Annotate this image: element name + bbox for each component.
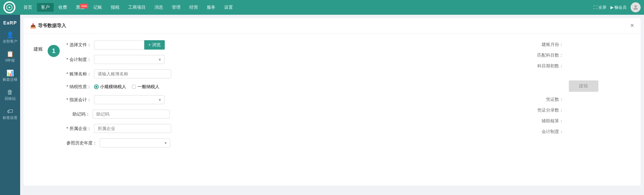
tags-icon: 🏷 bbox=[7, 108, 13, 114]
match-subject-label: 匹配科目数： bbox=[537, 52, 563, 58]
panel-title: 导爷数据导入 bbox=[38, 23, 66, 29]
radio-general-circle bbox=[132, 84, 136, 89]
panel: 📥 导爷数据导入 × 建账 1 bbox=[23, 18, 641, 186]
nav-item-manage[interactable]: 管理 bbox=[168, 3, 185, 12]
assign-accountant-label: * 指派会计： bbox=[66, 97, 91, 103]
step-section: 建账 1 * 选择文件： + 浏览 bbox=[34, 40, 523, 147]
sidebar-item-tags[interactable]: 🏷 标签设置 bbox=[0, 106, 20, 123]
panel-header: 📥 导爷数据导入 × bbox=[23, 18, 641, 34]
form-row-history: 参照历史年度： ▼ bbox=[66, 138, 523, 147]
nav-item-customer[interactable]: 客户 bbox=[37, 3, 54, 12]
accounting-system-label: * 会计制度： bbox=[66, 57, 91, 63]
history-year-label: 参照历史年度： bbox=[66, 140, 97, 146]
recycle-icon: 🗑 bbox=[7, 89, 13, 95]
period-init-label: 科目期初数： bbox=[537, 63, 563, 69]
panel-body: 建账 1 * 选择文件： + 浏览 bbox=[23, 34, 641, 154]
nav-item-operation[interactable]: 经营 bbox=[185, 3, 202, 12]
file-text-input[interactable] bbox=[94, 40, 144, 50]
fullscreen-btn[interactable]: ⛶ 全屏 bbox=[593, 5, 606, 10]
info-row-auxiliary: 辅助核算： bbox=[537, 118, 631, 124]
form-row-memo: 助记码： bbox=[66, 110, 523, 119]
radio-small-scale-label: 小规模纳税人 bbox=[100, 84, 126, 90]
history-year-select-wrapper: ▼ bbox=[100, 138, 170, 147]
sidebar-item-recycle[interactable]: 🗑 回收站 bbox=[0, 86, 20, 104]
sidebar-label-declare: 0申报 bbox=[5, 58, 15, 63]
info-row-voucher-entries: 凭证分录数： bbox=[537, 107, 631, 113]
close-button[interactable]: × bbox=[630, 22, 634, 29]
right-accounting-system-label: 会计制度： bbox=[537, 129, 563, 135]
nav-item-message[interactable]: 消息 bbox=[150, 3, 167, 12]
history-year-select[interactable] bbox=[100, 138, 170, 147]
sidebar-item-migrate[interactable]: 📊 账套迁移 bbox=[0, 67, 20, 85]
nav-item-home[interactable]: 首页 bbox=[19, 3, 36, 12]
company-input[interactable] bbox=[94, 124, 171, 133]
memo-input[interactable] bbox=[93, 110, 170, 119]
accountant-select-wrapper: ▼ bbox=[94, 95, 164, 104]
radio-small-scale[interactable]: 小规模纳税人 bbox=[94, 84, 126, 90]
customers-icon: 👤 bbox=[6, 32, 14, 38]
file-input-row: + 浏览 bbox=[94, 40, 165, 50]
content-area: 📥 导爷数据导入 × 建账 1 bbox=[20, 15, 644, 195]
new-badge: new bbox=[80, 4, 88, 8]
accounting-system-select[interactable] bbox=[94, 55, 164, 64]
nav-item-tax[interactable]: 报税 bbox=[107, 3, 123, 12]
build-btn-container: 建账 bbox=[537, 77, 631, 92]
nav-item-settings[interactable]: 设置 bbox=[220, 3, 237, 12]
info-row-voucher: 凭证数： bbox=[537, 96, 631, 103]
select-file-label: * 选择文件： bbox=[66, 42, 91, 48]
form-row-ledger: * 账簿名称： bbox=[66, 69, 523, 78]
month-label: 建账月份： bbox=[537, 42, 563, 48]
nav-item-service[interactable]: 服务 bbox=[203, 3, 219, 12]
nav-item-bookkeeping[interactable]: 记账 bbox=[89, 3, 106, 12]
voucher-entries-label: 凭证分录数： bbox=[537, 107, 563, 113]
sidebar-label-customers: 全部客户 bbox=[3, 39, 17, 44]
sidebar-label-migrate: 账套迁移 bbox=[3, 77, 17, 82]
avatar[interactable] bbox=[631, 2, 641, 12]
form-row-tax: * 纳税性质： 小规模纳税人 一般纳税人 bbox=[66, 84, 523, 90]
sidebar-label-recycle: 回收站 bbox=[5, 96, 16, 101]
sidebar-label-tags: 标签设置 bbox=[3, 115, 17, 120]
sidebar-item-customers[interactable]: 👤 全部客户 bbox=[0, 29, 20, 47]
info-row-match: 匹配科目数： bbox=[537, 52, 631, 58]
member-btn[interactable]: ▶ 畅会员 bbox=[610, 5, 627, 10]
nav-item-invoice[interactable]: 票据 new bbox=[72, 3, 89, 12]
sidebar-item-declare[interactable]: 📋 0申报 bbox=[0, 48, 20, 66]
form-container: * 选择文件： + 浏览 * 会计制度： bbox=[66, 40, 523, 147]
accounting-system-select-wrapper: ▼ bbox=[94, 55, 164, 64]
logo-inner bbox=[5, 3, 14, 12]
main-layout: EaRP 👤 全部客户 📋 0申报 📊 账套迁移 🗑 回收站 🏷 标签设置 bbox=[0, 15, 644, 195]
info-row-month: 建账月份： bbox=[537, 42, 631, 48]
migrate-icon: 📊 bbox=[6, 70, 14, 76]
radio-small-scale-circle bbox=[94, 84, 99, 89]
company-label: * 所属企业： bbox=[66, 126, 91, 132]
nav-item-business[interactable]: 工商项目 bbox=[124, 3, 150, 12]
top-navigation: 首页 客户 收费 票据 new 记账 报税 工商项目 消息 管理 经营 服务 设… bbox=[0, 0, 644, 15]
panel-header-left: 📥 导爷数据导入 bbox=[30, 23, 66, 29]
form-row-accounting: * 会计制度： ▼ bbox=[66, 55, 523, 64]
voucher-count-label: 凭证数： bbox=[537, 96, 563, 103]
ledger-name-input[interactable] bbox=[94, 69, 171, 78]
right-panel: 建账月份： 匹配科目数： 科目期初数： 建账 bbox=[537, 40, 631, 147]
import-icon: 📥 bbox=[30, 23, 36, 28]
accountant-select[interactable] bbox=[94, 95, 164, 104]
radio-general[interactable]: 一般纳税人 bbox=[132, 84, 159, 90]
form-row-file: * 选择文件： + 浏览 bbox=[66, 40, 523, 50]
fullscreen-icon: ⛶ bbox=[593, 5, 597, 10]
radio-group-tax: 小规模纳税人 一般纳税人 bbox=[94, 84, 159, 90]
auxiliary-label: 辅助核算： bbox=[537, 118, 563, 124]
form-row-accountant: * 指派会计： ▼ bbox=[66, 95, 523, 104]
ledger-name-label: * 账簿名称： bbox=[66, 71, 91, 77]
step-circle: 1 bbox=[48, 45, 60, 57]
tax-type-label: * 纳税性质： bbox=[66, 84, 91, 90]
radio-general-label: 一般纳税人 bbox=[138, 84, 159, 90]
nav-right: ⛶ 全屏 ▶ 畅会员 bbox=[593, 2, 641, 12]
step-label: 建账 bbox=[34, 42, 43, 52]
browse-button[interactable]: + 浏览 bbox=[144, 40, 165, 50]
info-row-accounting-system: 会计制度： bbox=[537, 129, 631, 135]
build-account-button[interactable]: 建账 bbox=[569, 80, 598, 92]
member-icon: ▶ bbox=[610, 5, 613, 10]
svg-point-1 bbox=[635, 5, 637, 7]
logo[interactable] bbox=[3, 1, 15, 13]
nav-item-fee[interactable]: 收费 bbox=[54, 3, 71, 12]
nav-items: 首页 客户 收费 票据 new 记账 报税 工商项目 消息 管理 经营 服务 设… bbox=[19, 3, 593, 12]
